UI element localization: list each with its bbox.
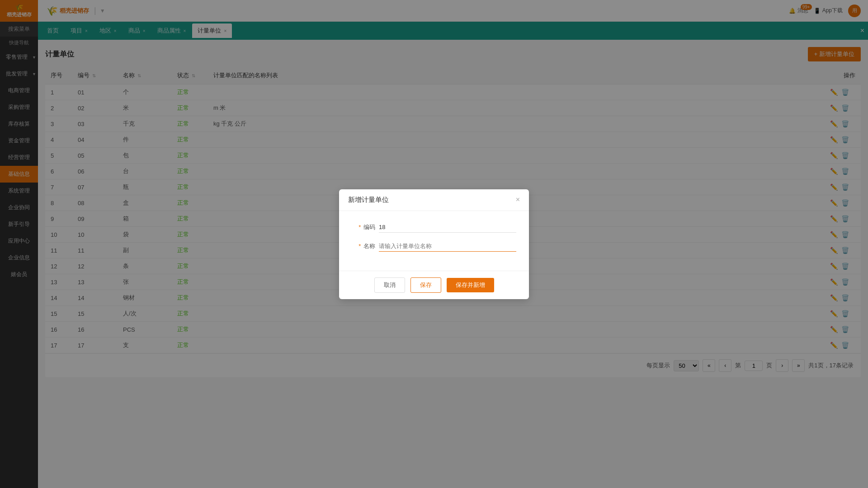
add-unit-modal: 新增计量单位 × * 编码 * 名称 取消 保存 保存并新增	[339, 189, 529, 299]
modal-title: 新增计量单位	[348, 196, 389, 204]
modal-close-button[interactable]: ×	[516, 196, 520, 204]
code-label: * 编码	[352, 223, 379, 231]
save-button[interactable]: 保存	[410, 277, 441, 293]
modal-overlay: 新增计量单位 × * 编码 * 名称 取消 保存 保存并新增	[0, 0, 868, 488]
required-marker: *	[359, 224, 361, 230]
required-marker-name: *	[359, 243, 361, 249]
name-input[interactable]	[379, 241, 516, 252]
code-input[interactable]	[379, 222, 516, 233]
modal-footer: 取消 保存 保存并新增	[339, 271, 529, 299]
modal-body: * 编码 * 名称	[339, 211, 529, 271]
modal-header: 新增计量单位 ×	[339, 189, 529, 211]
cancel-button[interactable]: 取消	[374, 277, 405, 293]
name-label: * 名称	[352, 242, 379, 250]
form-row-code: * 编码	[352, 222, 516, 233]
save-and-new-button[interactable]: 保存并新增	[447, 278, 494, 292]
form-row-name: * 名称	[352, 241, 516, 252]
